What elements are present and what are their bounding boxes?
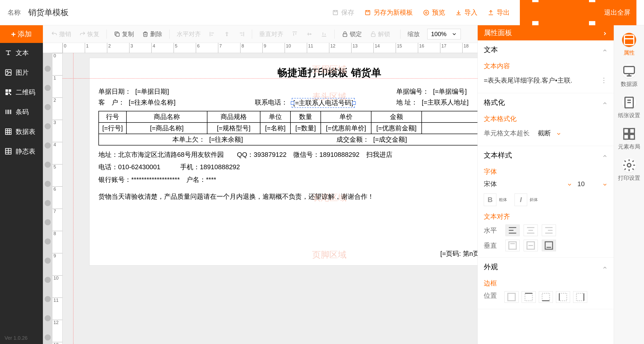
font-family-select[interactable]: 宋体 xyxy=(484,180,572,188)
more-icon[interactable]: ⋮ xyxy=(601,77,608,84)
table-header[interactable]: 数量 xyxy=(290,111,321,122)
border-top-button[interactable] xyxy=(522,291,536,303)
table-cell[interactable]: [=商品名称] xyxy=(126,122,207,134)
field-value[interactable]: [=单据日期] xyxy=(135,87,169,96)
save-as-button[interactable]: 另存为新模板 xyxy=(364,8,413,17)
table-header[interactable]: 备注 xyxy=(422,111,477,122)
ruler-vertical[interactable]: 0123456789101112131415 xyxy=(52,53,63,344)
align-center-button[interactable] xyxy=(524,225,538,236)
field-value[interactable]: [=主联系人地址] xyxy=(422,98,469,108)
border-right-button[interactable] xyxy=(573,291,587,303)
document-canvas[interactable]: 页眉区域 表头区域 表尾区域 页脚区域 畅捷通打印模板 销货单 单据日期：[=单… xyxy=(90,58,477,265)
section-text-header[interactable]: 文本 xyxy=(478,40,614,59)
guide-vertical[interactable] xyxy=(73,53,73,344)
field-value[interactable]: [=单据编号] xyxy=(433,87,467,96)
overflow-select[interactable]: 截断 xyxy=(538,129,561,138)
table-cell[interactable]: [=优惠前金额] xyxy=(371,122,422,134)
delete-button[interactable]: 删除 xyxy=(139,29,165,40)
svg-point-3 xyxy=(425,12,427,13)
halign-right-button[interactable] xyxy=(235,29,248,39)
field-label[interactable]: 单据日期： xyxy=(98,87,131,96)
valign-bottom-button[interactable] xyxy=(318,29,330,39)
align-left-button[interactable] xyxy=(505,225,520,236)
align-middle-button[interactable] xyxy=(524,240,538,251)
unlock-button[interactable]: 解锁 xyxy=(367,29,393,40)
template-name[interactable]: 销货单模板 xyxy=(28,7,69,18)
field-label[interactable]: 地 址： xyxy=(396,98,418,108)
halign-center-button[interactable] xyxy=(221,29,233,39)
tab-paper[interactable]: 纸张设置 xyxy=(618,95,640,119)
section-format-header[interactable]: 格式化 xyxy=(478,93,614,112)
table-footer-label[interactable]: 成交金额： xyxy=(290,134,371,145)
table-cell[interactable]: [=备注] xyxy=(422,122,477,134)
preview-button[interactable]: 预览 xyxy=(423,8,445,17)
font-size-select[interactable]: 10 xyxy=(577,180,608,188)
text-content-value[interactable]: =表头表尾详细字段.客户•主联. xyxy=(484,76,597,85)
table-footer-label[interactable]: 本单上欠： xyxy=(99,134,207,145)
table-cell[interactable]: [=名称] xyxy=(260,122,290,134)
info-block[interactable]: 地址：北京市海淀区北清路68号用友软件园 QQ：393879122 微信号：18… xyxy=(98,149,477,203)
data-table[interactable]: 行号 商品名称 商品规格 单位 数量 单价 金额 备注 [=行号] [=商品名称… xyxy=(98,111,477,145)
table-cell[interactable]: [=数量] xyxy=(290,122,321,134)
image-icon xyxy=(5,69,12,76)
table-header[interactable]: 单价 xyxy=(321,111,371,122)
align-right-button[interactable] xyxy=(542,225,556,236)
field-label[interactable]: 单据编号： xyxy=(396,87,429,96)
sidebar-item-image[interactable]: 图片 xyxy=(0,63,43,82)
zoom-select[interactable]: 100% xyxy=(427,29,461,39)
field-label[interactable]: 客 户： xyxy=(98,98,125,108)
field-value[interactable]: [=往来单位名称] xyxy=(129,98,176,108)
copy-button[interactable]: 复制 xyxy=(111,29,137,40)
halign-button[interactable]: 水平对齐 xyxy=(174,29,204,40)
ruler-horizontal[interactable]: 01234567891011121314151617181920212223 xyxy=(63,43,477,53)
redo-button[interactable]: 恢复 xyxy=(76,29,102,40)
valign-middle-button[interactable] xyxy=(303,29,316,39)
sidebar-item-text[interactable]: 文本 xyxy=(0,43,43,63)
tab-datasource[interactable]: 数据源 xyxy=(621,64,637,88)
table-footer-value[interactable]: [=成交金额] xyxy=(371,134,477,145)
section-style-header[interactable]: 文本样式 xyxy=(478,146,614,165)
valign-top-button[interactable] xyxy=(288,29,301,39)
table-cell[interactable]: [=规格型号] xyxy=(207,122,260,134)
canvas-area[interactable]: 01234567891011121314151617181920212223 0… xyxy=(43,43,477,344)
table-header[interactable]: 行号 xyxy=(99,111,126,122)
align-bottom-button[interactable] xyxy=(542,240,556,251)
chevron-up-icon xyxy=(602,264,608,270)
table-header[interactable]: 金额 xyxy=(371,111,422,122)
tab-layout[interactable]: 元素布局 xyxy=(618,127,640,151)
tab-properties[interactable]: 属性 xyxy=(622,33,636,57)
valign-button[interactable]: 垂直对齐 xyxy=(256,29,286,40)
halign-left-button[interactable] xyxy=(206,29,219,39)
sidebar-item-statictable[interactable]: 静态表 xyxy=(0,141,43,161)
sidebar-item-datatable[interactable]: 数据表 xyxy=(0,122,43,141)
sidebar-item-barcode[interactable]: 条码 xyxy=(0,102,43,122)
table-header[interactable]: 商品规格 xyxy=(207,111,260,122)
border-left-button[interactable] xyxy=(556,291,570,303)
selected-field[interactable]: [=主联系人电话号码] xyxy=(292,98,355,108)
save-button[interactable]: 保存 xyxy=(332,8,354,17)
tab-print[interactable]: 打印设置 xyxy=(618,158,640,182)
table-footer-value[interactable]: [=往来余额] xyxy=(207,134,290,145)
table-header[interactable]: 单位 xyxy=(260,111,290,122)
field-label[interactable]: 联系电话： xyxy=(255,98,288,108)
lock-button[interactable]: 锁定 xyxy=(339,29,365,40)
bold-button[interactable]: B xyxy=(484,193,496,206)
italic-button[interactable]: I xyxy=(515,193,527,206)
section-appearance-header[interactable]: 外观 xyxy=(478,258,614,276)
chevron-right-icon[interactable] xyxy=(602,30,608,36)
border-bottom-button[interactable] xyxy=(539,291,553,303)
guide-horizontal[interactable] xyxy=(63,78,477,79)
import-button[interactable]: 导入 xyxy=(455,8,477,17)
sidebar-item-qrcode[interactable]: 二维码 xyxy=(0,82,43,102)
export-button[interactable]: 导出 xyxy=(488,8,510,17)
undo-button[interactable]: 撤销 xyxy=(48,29,74,40)
table-cell[interactable]: [=优惠前单价] xyxy=(321,122,371,134)
table-cell[interactable]: [=行号] xyxy=(99,122,126,134)
border-all-button[interactable] xyxy=(504,291,519,303)
table-header[interactable]: 商品名称 xyxy=(126,111,207,122)
doc-title[interactable]: 畅捷通打印模板 销货单 xyxy=(98,66,477,80)
add-button[interactable]: + 添加 xyxy=(0,25,43,43)
align-top-button[interactable] xyxy=(505,240,520,251)
svg-rect-33 xyxy=(630,129,634,133)
page-code[interactable]: [=页码: 第n页 | 共n页] xyxy=(440,249,477,258)
